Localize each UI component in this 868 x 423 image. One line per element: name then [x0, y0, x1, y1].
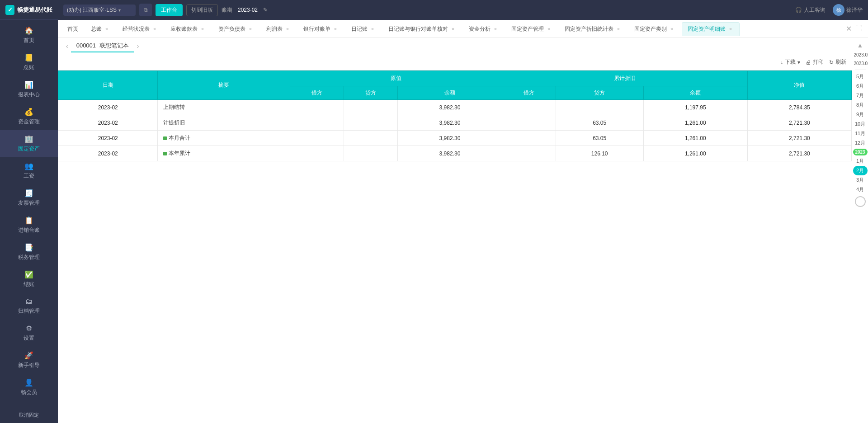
- col-original-value: 原值: [290, 71, 502, 86]
- tab-fixeddetail-close[interactable]: ×: [727, 26, 734, 32]
- tab-bank-label: 银行对账单: [303, 25, 330, 33]
- sidebar-item-archive[interactable]: 🗂 归档管理: [0, 293, 58, 320]
- tab-bank-close[interactable]: ×: [332, 26, 339, 32]
- month-8[interactable]: 8月: [853, 100, 868, 110]
- col-orig-balance: 余额: [398, 86, 502, 100]
- month-9[interactable]: 9月: [853, 110, 868, 119]
- tab-fundanalysis-close[interactable]: ×: [492, 26, 499, 32]
- sidebar-item-settle[interactable]: ✅ 结账: [0, 266, 58, 293]
- tab-fixeddep-close[interactable]: ×: [615, 26, 622, 32]
- month-11[interactable]: 11月: [853, 129, 868, 138]
- sidebar-item-tax[interactable]: 📑 税务管理: [0, 239, 58, 266]
- panel-bottom-circle[interactable]: [855, 196, 866, 207]
- tab-journal[interactable]: 日记账 ×: [345, 22, 382, 36]
- nav-right-button[interactable]: ›: [134, 42, 142, 51]
- tab-fixedmgmt-close[interactable]: ×: [546, 26, 552, 32]
- month-3[interactable]: 3月: [853, 175, 868, 185]
- tab-status-close[interactable]: ×: [151, 26, 158, 32]
- cell-date: 2023-02: [58, 131, 158, 146]
- tab-asset[interactable]: 资产负债表 ×: [212, 22, 259, 36]
- avatar: 徐: [833, 4, 844, 16]
- tab-close-all-icon[interactable]: ✕: [846, 24, 852, 33]
- copy-button[interactable]: ⧉: [139, 4, 152, 16]
- tab-profit[interactable]: 利润表 ×: [260, 22, 297, 36]
- tab-status[interactable]: 经营状况表 ×: [117, 22, 164, 36]
- download-button[interactable]: ↓ 下载 ▾: [780, 58, 800, 66]
- tab-ledger[interactable]: 总账 ×: [85, 22, 116, 36]
- sidebar-nav: 🏠 首页 📒 总账 📊 报表中心 💰 资金管理 🏢 固定资产 👥 工资 🧾 发票…: [0, 20, 58, 407]
- cell-acc-credit: 126.10: [556, 146, 643, 161]
- sidebar-item-fixed[interactable]: 🏢 固定资产: [0, 130, 58, 157]
- consult-button[interactable]: 🎧 人工客询: [795, 6, 826, 14]
- tab-asset-close[interactable]: ×: [247, 26, 254, 32]
- download-icon: ↓: [780, 59, 783, 66]
- tab-bank[interactable]: 银行对账单 ×: [297, 22, 344, 36]
- period-edit-icon[interactable]: ✎: [263, 7, 268, 13]
- month-2-active[interactable]: 2月: [853, 166, 868, 175]
- switch-version-button[interactable]: 切到旧版: [186, 4, 218, 16]
- sidebar-item-salesledger[interactable]: 📋 进销台账: [0, 212, 58, 239]
- tab-journal-close[interactable]: ×: [369, 26, 376, 32]
- month-4[interactable]: 4月: [853, 185, 868, 194]
- cell-date: 2023-02: [58, 146, 158, 161]
- tab-bankcheck[interactable]: 日记账与银行对账单核对 ×: [382, 22, 462, 36]
- sidebar-item-reports[interactable]: 📊 报表中心: [0, 76, 58, 103]
- cell-date: 2023-02: [58, 115, 158, 131]
- sidebar-item-settings[interactable]: ⚙ 设置: [0, 320, 58, 347]
- print-button[interactable]: 🖨 打印: [806, 58, 824, 66]
- refresh-button[interactable]: ↻ 刷新: [829, 58, 846, 66]
- tab-fixeddetail[interactable]: 固定资产明细账 ×: [682, 22, 740, 36]
- green-dot-icon: [163, 152, 167, 155]
- month-7[interactable]: 7月: [853, 91, 868, 100]
- user-profile[interactable]: 徐 徐泽华: [833, 4, 863, 16]
- sidebar-item-label: 总账: [24, 64, 34, 71]
- nav-left-button[interactable]: ‹: [63, 42, 71, 51]
- cell-orig-debit: [290, 146, 344, 161]
- company-selector[interactable]: (劝办) 江西服室-LSS ▾: [63, 5, 136, 16]
- tab-expand-icon[interactable]: ⛶: [855, 24, 863, 33]
- fixed-icon: 🏢: [24, 135, 33, 143]
- sidebar-unpin[interactable]: 取消固定: [0, 407, 58, 423]
- asset-sub-tab[interactable]: 000001 联想笔记本: [71, 40, 134, 52]
- sidebar-item-home[interactable]: 🏠 首页: [0, 22, 58, 49]
- sidebar-item-invoice[interactable]: 🧾 发票管理: [0, 184, 58, 212]
- tab-home[interactable]: 首页: [61, 22, 84, 36]
- tab-receivable[interactable]: 应收账款表 ×: [165, 22, 212, 36]
- tab-receivable-close[interactable]: ×: [199, 26, 206, 32]
- month-6[interactable]: 6月: [853, 81, 868, 91]
- green-dot-icon: [163, 136, 167, 140]
- month-12[interactable]: 12月: [853, 138, 868, 148]
- sidebar-item-fund[interactable]: 💰 资金管理: [0, 103, 58, 130]
- month-5[interactable]: 5月: [853, 72, 868, 81]
- tab-fixedmgmt[interactable]: 固定资产管理 ×: [505, 22, 558, 36]
- date-item-1[interactable]: 2023.02: [853, 51, 868, 59]
- date-item-2[interactable]: 2023.02: [853, 59, 868, 68]
- toolbar: ↓ 下载 ▾ 🖨 打印 ↻ 刷新: [58, 54, 852, 70]
- tab-fixeddep[interactable]: 固定资产折旧统计表 ×: [559, 22, 627, 36]
- tab-bankcheck-close[interactable]: ×: [450, 26, 456, 32]
- cell-orig-debit: [290, 100, 344, 115]
- tab-journal-label: 日记账: [351, 25, 368, 33]
- col-net-value: 净值: [747, 71, 851, 100]
- table-row: 2023-02 本年累计 3,982.30 126.10 1,261.00 2,…: [58, 146, 852, 161]
- panel-up-button[interactable]: ▲: [855, 40, 865, 51]
- tab-fixedcat[interactable]: 固定资产类别 ×: [628, 22, 681, 36]
- month-10[interactable]: 10月: [853, 119, 868, 129]
- tab-fundanalysis[interactable]: 资金分析 ×: [463, 22, 505, 36]
- workbench-button[interactable]: 工作台: [156, 4, 183, 16]
- tab-ledger-close[interactable]: ×: [104, 26, 110, 32]
- sidebar-item-guide[interactable]: 🚀 新手引导: [0, 347, 58, 374]
- right-panel: ▲ 2023.02 2023.02 5月 6月 7月 8月 9月 10月 11月…: [852, 38, 868, 423]
- avatar-initial: 徐: [836, 7, 841, 14]
- ledger-icon: 📒: [24, 53, 33, 62]
- month-1[interactable]: 1月: [853, 156, 868, 166]
- tab-profit-close[interactable]: ×: [284, 26, 291, 32]
- sidebar-item-ledger[interactable]: 📒 总账: [0, 49, 58, 76]
- sidebar-item-member[interactable]: 👤 畅会员: [0, 374, 58, 401]
- tab-fixedcat-close[interactable]: ×: [669, 26, 675, 32]
- cell-acc-balance: 1,261.00: [643, 131, 747, 146]
- cell-acc-debit: [502, 146, 556, 161]
- archive-icon: 🗂: [25, 297, 33, 306]
- sidebar-item-payroll[interactable]: 👥 工资: [0, 157, 58, 184]
- tax-icon: 📑: [24, 243, 33, 252]
